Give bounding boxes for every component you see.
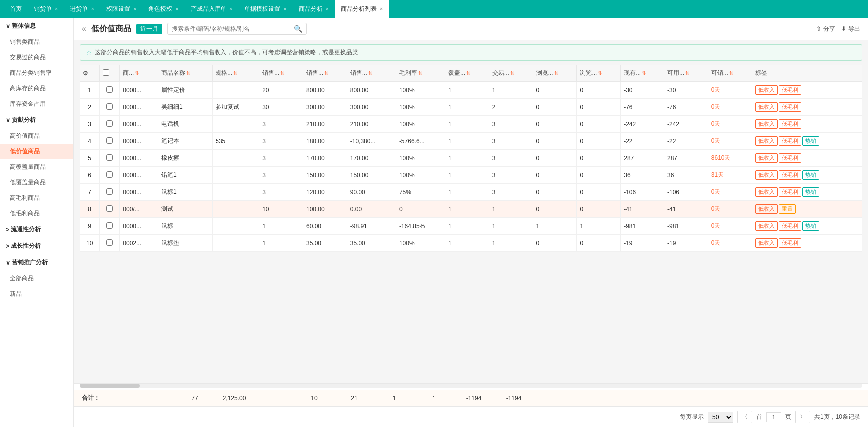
th-margin[interactable]: 毛利率⇅	[396, 65, 445, 82]
row-checkbox[interactable]	[106, 103, 113, 110]
browse-link[interactable]: 0	[536, 155, 540, 162]
td-browse1[interactable]: 0	[533, 116, 577, 133]
td-browse1[interactable]: 0	[533, 99, 577, 116]
time-badge[interactable]: 近一月	[136, 24, 162, 34]
nav-roles[interactable]: 角色授权 ×	[142, 0, 184, 18]
td-checkbox[interactable]	[100, 150, 120, 167]
search-icon[interactable]: 🔍	[294, 25, 302, 33]
sidebar-item-low-coverage[interactable]: 低覆盖量商品	[0, 175, 73, 190]
scrollbar-track[interactable]	[80, 384, 862, 388]
sidebar-group-growth[interactable]: > 成长性分析	[0, 238, 73, 254]
row-checkbox[interactable]	[106, 205, 113, 212]
th-col1[interactable]: 销售...⇅	[259, 65, 303, 82]
row-checkbox[interactable]	[106, 239, 113, 246]
share-button[interactable]: ⇧ 分享	[816, 25, 835, 33]
browse-link[interactable]: 0	[536, 104, 540, 111]
close-sales-icon[interactable]: ×	[55, 6, 58, 12]
row-checkbox[interactable]	[106, 137, 113, 144]
browse-link[interactable]: 0	[536, 206, 540, 213]
nav-analysis[interactable]: 商品分析 ×	[293, 0, 335, 18]
select-all-checkbox[interactable]	[103, 69, 109, 76]
sidebar-group-circulation[interactable]: > 流通性分析	[0, 221, 73, 238]
td-checkbox[interactable]	[100, 167, 120, 184]
row-checkbox[interactable]	[106, 86, 113, 93]
browse-link[interactable]: 1	[536, 223, 540, 230]
per-page-select[interactable]: 50 100	[708, 412, 733, 423]
th-browse1[interactable]: 浏览...⇅	[533, 65, 577, 82]
close-analysis-list-icon[interactable]: ×	[380, 6, 383, 12]
td-browse1[interactable]: 0	[533, 150, 577, 167]
nav-templates[interactable]: 单据模板设置 ×	[238, 0, 292, 18]
nav-home[interactable]: 首页	[4, 0, 28, 18]
close-analysis-icon[interactable]: ×	[326, 6, 329, 12]
sidebar-item-high-inventory[interactable]: 高库存的商品	[0, 81, 73, 96]
td-browse1[interactable]: 0	[533, 167, 577, 184]
th-col2[interactable]: 销售...⇅	[303, 65, 347, 82]
th-current[interactable]: 现有...⇅	[621, 65, 664, 82]
browse-link[interactable]: 0	[536, 87, 540, 94]
row-checkbox[interactable]	[106, 222, 113, 229]
sidebar-item-inventory-capital[interactable]: 库存资金占用	[0, 96, 73, 112]
td-checkbox[interactable]	[100, 235, 120, 252]
sidebar-item-high-profit[interactable]: 高毛利商品	[0, 190, 73, 206]
th-tags[interactable]: 标签	[752, 65, 862, 82]
sidebar-item-high-value[interactable]: 高价值商品	[0, 128, 73, 144]
td-browse1[interactable]: 0	[533, 133, 577, 150]
td-checkbox[interactable]	[100, 184, 120, 201]
td-browse1[interactable]: 0	[533, 82, 577, 99]
close-permissions-icon[interactable]: ×	[133, 6, 136, 12]
sidebar-group-overall[interactable]: ∨ 整体信息	[0, 18, 73, 34]
gear-icon[interactable]: ⚙	[83, 70, 88, 77]
th-spec[interactable]: 规格...⇅	[213, 65, 259, 82]
td-checkbox[interactable]	[100, 133, 120, 150]
nav-permissions[interactable]: 权限设置 ×	[100, 0, 142, 18]
sidebar-item-low-value[interactable]: 低价值商品	[0, 144, 73, 159]
sidebar-item-sales-products[interactable]: 销售类商品	[0, 34, 73, 50]
browse-link[interactable]: 0	[536, 172, 540, 179]
page-number-input[interactable]	[766, 412, 781, 422]
th-coverage[interactable]: 覆盖...⇅	[445, 65, 489, 82]
th-available[interactable]: 可用...⇅	[664, 65, 708, 82]
sidebar-item-category-rate[interactable]: 商品分类销售率	[0, 65, 73, 81]
td-checkbox[interactable]	[100, 218, 120, 235]
nav-sales[interactable]: 销货单 ×	[28, 0, 64, 18]
th-checkbox[interactable]	[100, 65, 120, 82]
sidebar-group-contribution[interactable]: ∨ 贡献分析	[0, 112, 73, 128]
th-name[interactable]: 商品名称⇅	[158, 65, 212, 82]
browse-link[interactable]: 0	[536, 121, 540, 128]
search-input[interactable]	[172, 25, 294, 32]
row-checkbox[interactable]	[106, 120, 113, 127]
td-checkbox[interactable]	[100, 201, 120, 218]
export-button[interactable]: ⬇ 导出	[841, 25, 860, 33]
nav-analysis-list[interactable]: 商品分析列表 ×	[335, 0, 389, 18]
td-browse1[interactable]: 0	[533, 184, 577, 201]
td-checkbox[interactable]	[100, 82, 120, 99]
td-browse1[interactable]: 1	[533, 218, 577, 235]
row-checkbox[interactable]	[106, 188, 113, 195]
th-saleable[interactable]: 可销...⇅	[708, 65, 752, 82]
td-checkbox[interactable]	[100, 116, 120, 133]
sidebar-item-new-products[interactable]: 新品	[0, 286, 73, 302]
th-trade[interactable]: 交易...⇅	[489, 65, 533, 82]
sidebar-item-high-coverage[interactable]: 高覆盖量商品	[0, 159, 73, 175]
browse-link[interactable]: 0	[536, 138, 540, 145]
th-code[interactable]: 商...⇅	[120, 65, 158, 82]
browse-link[interactable]: 0	[536, 240, 540, 247]
row-checkbox[interactable]	[106, 171, 113, 178]
sidebar-item-traded-products[interactable]: 交易过的商品	[0, 50, 73, 65]
sidebar-item-all-products[interactable]: 全部商品	[0, 271, 73, 286]
row-checkbox[interactable]	[106, 154, 113, 161]
close-templates-icon[interactable]: ×	[283, 6, 286, 12]
close-purchase-icon[interactable]: ×	[91, 6, 94, 12]
scrollbar-thumb[interactable]	[80, 384, 140, 388]
td-browse1[interactable]: 0	[533, 201, 577, 218]
browse-link[interactable]: 0	[536, 189, 540, 196]
table-container[interactable]: ⚙ 商...⇅ 商品名称⇅ 规格...⇅ 销售...⇅ 销售...⇅ 销售...…	[74, 65, 868, 383]
th-gear[interactable]: ⚙	[80, 65, 100, 82]
td-checkbox[interactable]	[100, 99, 120, 116]
close-roles-icon[interactable]: ×	[175, 6, 178, 12]
sidebar-group-marketing[interactable]: ∨ 营销推广分析	[0, 254, 73, 271]
sidebar-item-low-profit[interactable]: 低毛利商品	[0, 206, 73, 221]
close-products-icon[interactable]: ×	[229, 6, 232, 12]
next-page-button[interactable]: 〉	[795, 411, 810, 423]
